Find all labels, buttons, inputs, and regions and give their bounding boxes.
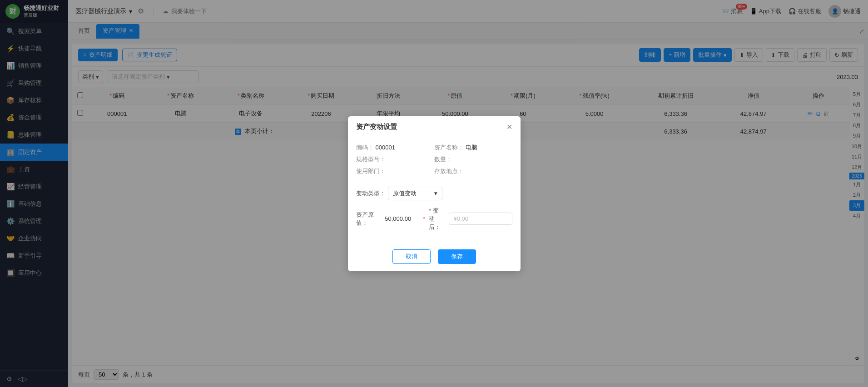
save-button[interactable]: 保存 <box>438 249 476 264</box>
after-change-input[interactable] <box>449 213 512 225</box>
chevron-down-icon: ▾ <box>434 190 437 197</box>
modal-body: 编码： 000001 资产名称： 电脑 规格型号： 数量： <box>348 136 521 245</box>
modal-quantity-label: 数量： <box>434 155 452 164</box>
change-type-selected: 原值变动 <box>393 189 417 198</box>
modal-quantity-item: 数量： <box>434 155 512 164</box>
modal-overlay: 资产变动设置 ✕ 编码： 000001 资产名称： 电脑 规格型号： <box>0 0 868 387</box>
modal-location-item: 存放地点： <box>434 167 512 175</box>
modal-code-label: 编码： <box>356 144 374 152</box>
modal-code-item: 编码： 000001 <box>356 144 434 152</box>
after-change-label: * 变动后： <box>429 207 444 231</box>
modal-dept-label: 使用部门： <box>356 167 386 175</box>
modal-close-icon[interactable]: ✕ <box>506 123 512 131</box>
modal-spec-item: 规格型号： <box>356 155 434 164</box>
modal-info-row-1: 编码： 000001 资产名称： 电脑 <box>356 144 512 152</box>
modal-divider <box>356 181 512 181</box>
modal-location-label: 存放地点： <box>434 167 464 175</box>
required-mark: * <box>423 215 425 222</box>
modal-spec-label: 规格型号： <box>356 155 386 164</box>
modal-info-row-2: 规格型号： 数量： <box>356 155 512 164</box>
cancel-label: 取消 <box>406 253 417 260</box>
modal-title: 资产变动设置 <box>356 123 397 131</box>
modal-original-amount: 50,000.00 <box>385 215 411 222</box>
modal-asset-name-item: 资产名称： 电脑 <box>434 144 512 152</box>
change-type-select[interactable]: 原值变动 ▾ <box>388 187 442 200</box>
modal-dept-item: 使用部门： <box>356 167 434 175</box>
modal-code-value: 000001 <box>376 144 395 151</box>
modal-original-value-content: 50,000.00 * * 变动后： <box>385 207 512 231</box>
modal-header: 资产变动设置 ✕ <box>348 116 521 136</box>
modal-change-type-label: 变动类型： <box>356 189 388 198</box>
cancel-button[interactable]: 取消 <box>392 249 431 264</box>
modal-change-type-row: 变动类型： 原值变动 ▾ <box>356 187 512 200</box>
modal-footer: 取消 保存 <box>348 245 521 271</box>
modal-info-row-3: 使用部门： 存放地点： <box>356 167 512 175</box>
asset-change-modal: 资产变动设置 ✕ 编码： 000001 资产名称： 电脑 规格型号： <box>348 116 521 271</box>
modal-asset-name-label: 资产名称： <box>434 144 464 152</box>
modal-change-type-value: 原值变动 ▾ <box>388 187 442 200</box>
modal-original-value-label: 资产原值： <box>356 211 385 227</box>
save-label: 保存 <box>451 253 463 260</box>
modal-asset-name-value: 电脑 <box>466 144 477 152</box>
modal-original-value-row: 资产原值： 50,000.00 * * 变动后： <box>356 207 512 231</box>
